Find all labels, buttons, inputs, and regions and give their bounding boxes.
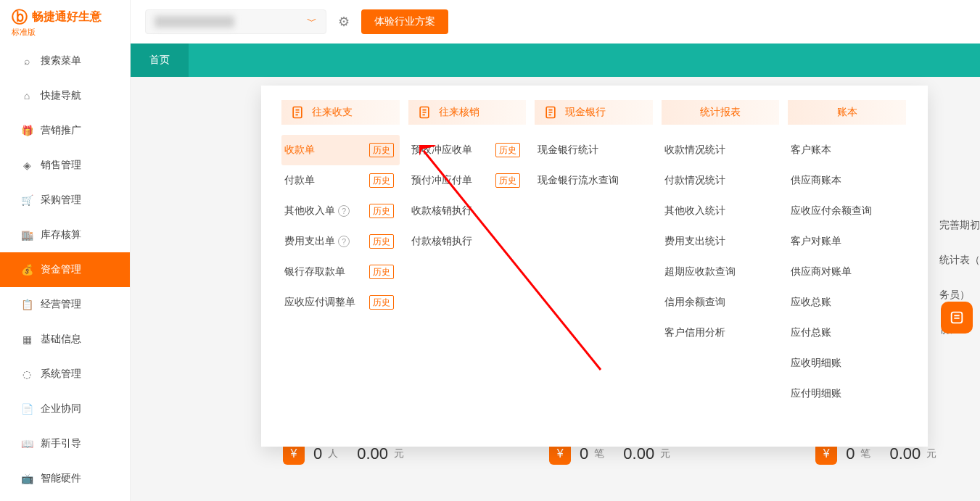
mega-column: 往来收支收款单历史付款单历史其他收入单?历史费用支出单?历史银行存取款单历史应收… [281,100,408,432]
history-badge[interactable]: 历史 [369,295,394,310]
history-badge[interactable]: 历史 [369,204,394,218]
right-peek-line: 完善期初 [939,207,980,242]
mega-menu-item[interactable]: 应收应付余额查询 [788,196,906,226]
sidebar-item-guide[interactable]: 📖新手引导 [0,426,130,461]
card-count-unit: 笔 [594,447,604,460]
sidebar-item-cart[interactable]: 🛒采购管理 [0,183,130,218]
sidebar-item-diamond[interactable]: ◈销售管理 [0,148,130,183]
document-icon [290,105,305,120]
mega-menu-item-label: 应收总账 [791,296,831,309]
mega-menu-item[interactable]: 预收冲应收单历史 [408,135,527,165]
sidebar-item-money[interactable]: 💰资金管理 [0,252,130,287]
mega-menu-item[interactable]: 预付冲应付单历史 [408,165,527,196]
mega-menu-item[interactable]: 现金银行流水查询 [535,165,653,196]
card-count: 0 [846,444,855,463]
mega-menu-item-label: 付款单 [284,174,315,187]
mega-menu-item[interactable]: 收款核销执行 [408,196,527,226]
mega-menu-item[interactable]: 客户账本 [788,135,906,165]
mega-menu-item[interactable]: 银行存取款单历史 [281,257,400,287]
mega-menu-item[interactable]: 收款情况统计 [662,135,780,165]
sidebar-item-doc[interactable]: 📄企业协同 [0,392,130,426]
sidebar-item-label: 系统管理 [41,368,81,381]
mega-menu-item[interactable]: 现金银行统计 [535,135,653,165]
sidebar-item-clipboard[interactable]: 📋经营管理 [0,287,130,322]
sidebar-item-label: 搜索菜单 [41,54,81,67]
sidebar-item-home[interactable]: ⌂快捷导航 [0,78,130,113]
sidebar-item-grid[interactable]: ▦基础信息 [0,322,130,357]
device-icon: 📺 [20,473,33,484]
tab-home[interactable]: 首页 [131,44,189,77]
mega-menu-item-label: 收款情况统计 [664,144,725,157]
money-icon: 💰 [20,264,33,276]
mega-menu-item[interactable]: 其他收入单?历史 [281,196,400,226]
industry-plan-button[interactable]: 体验行业方案 [361,9,448,34]
history-badge[interactable]: 历史 [369,234,394,249]
mega-column-header: 现金银行 [535,100,653,125]
topbar: ﹀ ⚙ 体验行业方案 [131,0,980,44]
history-badge[interactable]: 历史 [369,173,394,188]
card-amount-unit: 元 [394,447,404,460]
mega-column-header: 往来核销 [408,100,527,125]
mega-menu-item[interactable]: 应收明细账 [788,348,906,378]
sidebar-item-label: 经营管理 [41,298,81,311]
mega-menu-item[interactable]: 应付明细账 [788,378,906,409]
sidebar-item-label: 快捷导航 [41,89,81,102]
mega-menu-item[interactable]: 应付总账 [788,318,906,348]
mega-menu-item-label: 费用支出统计 [664,235,725,248]
sidebar: ⓑ 畅捷通好生意 标准版 ⌕搜索菜单⌂快捷导航🎁营销推广◈销售管理🛒采购管理🏬库… [0,0,131,501]
mega-menu-item[interactable]: 收款单历史 [281,135,400,165]
mega-menu-item[interactable]: 供应商对账单 [788,257,906,287]
mega-menu-item[interactable]: 客户信用分析 [662,318,780,348]
help-icon[interactable]: ? [338,236,350,247]
mega-column: 统计报表收款情况统计付款情况统计其他收入统计费用支出统计超期应收款查询信用余额查… [662,100,788,432]
history-badge[interactable]: 历史 [369,265,394,279]
mega-column-header: 账本 [788,100,906,125]
mega-menu-item-label: 应付明细账 [791,387,841,400]
tabstrip: 首页 [131,44,980,77]
sidebar-item-label: 采购管理 [41,194,81,207]
mega-menu-item[interactable]: 付款核销执行 [408,226,527,257]
mega-menu: 往来收支收款单历史付款单历史其他收入单?历史费用支出单?历史银行存取款单历史应收… [261,86,928,447]
history-badge[interactable]: 历史 [495,143,520,157]
sidebar-item-gift[interactable]: 🎁营销推广 [0,113,130,148]
sidebar-menu: ⌕搜索菜单⌂快捷导航🎁营销推广◈销售管理🛒采购管理🏬库存核算💰资金管理📋经营管理… [0,44,130,496]
sidebar-item-device[interactable]: 📺智能硬件 [0,461,130,496]
logo-edition: 标准版 [12,27,130,38]
sidebar-item-loading[interactable]: ◌系统管理 [0,357,130,392]
sidebar-item-search[interactable]: ⌕搜索菜单 [0,44,130,78]
mega-menu-item[interactable]: 信用余额查询 [662,287,780,318]
mega-menu-item-label: 客户信用分析 [664,326,725,339]
mega-menu-item-label: 费用支出单? [284,235,350,248]
mega-menu-item[interactable]: 超期应收款查询 [662,257,780,287]
card-amount: 0.00 [889,444,921,463]
floating-action-icon[interactable] [941,302,973,334]
mega-menu-item[interactable]: 客户对账单 [788,226,906,257]
org-selector[interactable]: ﹀ [145,9,326,34]
mega-column-title: 现金银行 [565,106,606,119]
mega-menu-item[interactable]: 付款情况统计 [662,165,780,196]
sidebar-item-label: 营销推广 [41,124,81,137]
logo-text: 畅捷通好生意 [32,9,102,25]
history-badge[interactable]: 历史 [369,143,394,157]
mega-menu-item[interactable]: 应收总账 [788,287,906,318]
doc-icon: 📄 [20,403,33,415]
mega-menu-item[interactable]: 付款单历史 [281,165,400,196]
gear-icon[interactable]: ⚙ [338,14,350,30]
history-badge[interactable]: 历史 [495,173,520,188]
org-name-blurred [155,16,234,28]
mega-menu-item-label: 付款核销执行 [411,235,472,248]
mega-menu-item-label: 收款单 [284,144,315,157]
logo: ⓑ 畅捷通好生意 标准版 [0,0,130,44]
mega-menu-item-label: 客户对账单 [791,235,841,248]
mega-column: 账本客户账本供应商账本应收应付余额查询客户对账单供应商对账单应收总账应付总账应收… [788,100,915,432]
mega-menu-item[interactable]: 其他收入统计 [662,196,780,226]
mega-menu-item[interactable]: 费用支出统计 [662,226,780,257]
search-icon: ⌕ [20,55,33,67]
mega-menu-item[interactable]: 应收应付调整单历史 [281,287,400,318]
sidebar-item-warehouse[interactable]: 🏬库存核算 [0,218,130,252]
help-icon[interactable]: ? [338,205,350,217]
mega-menu-item[interactable]: 费用支出单?历史 [281,226,400,257]
mega-menu-item-label: 其他收入单? [284,204,350,218]
mega-menu-item[interactable]: 供应商账本 [788,165,906,196]
sidebar-item-label: 库存核算 [41,228,81,241]
